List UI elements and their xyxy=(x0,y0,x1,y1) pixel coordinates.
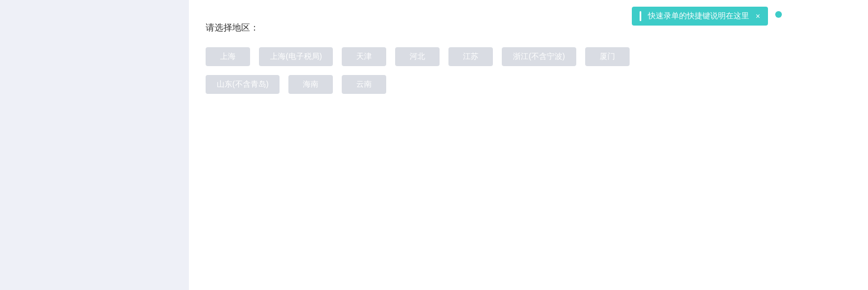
btn-shanghai-etax[interactable]: 上海(电子税局) xyxy=(259,47,333,66)
btn-tianjin[interactable]: 天津 xyxy=(342,47,386,66)
region-row-1: 上海 上海(电子税局) 天津 河北 江苏 浙江(不含宁波) 厦门 xyxy=(206,47,851,66)
btn-zhejiang[interactable]: 浙江(不含宁波) xyxy=(502,47,576,66)
btn-hebei[interactable]: 河北 xyxy=(395,47,440,66)
tooltip-indicator-dot xyxy=(775,11,782,18)
region-row-2: 山东(不含青岛) 海南 云南 xyxy=(206,75,851,94)
btn-shandong[interactable]: 山东(不含青岛) xyxy=(206,75,280,94)
tooltip-banner: 快速录单的快捷键说明在这里 × xyxy=(632,7,768,26)
sidebar xyxy=(0,0,189,290)
btn-shanghai[interactable]: 上海 xyxy=(206,47,250,66)
tooltip-text: 快速录单的快捷键说明在这里 xyxy=(648,11,749,21)
btn-jiangsu[interactable]: 江苏 xyxy=(448,47,493,66)
btn-xiamen[interactable]: 厦门 xyxy=(585,47,630,66)
main-content: 请选择地区： 上海 上海(电子税局) 天津 河北 江苏 浙江(不含宁波) 厦门 … xyxy=(189,0,868,290)
btn-hainan[interactable]: 海南 xyxy=(288,75,333,94)
tooltip-close-button[interactable]: × xyxy=(756,12,760,21)
btn-yunnan[interactable]: 云南 xyxy=(342,75,386,94)
